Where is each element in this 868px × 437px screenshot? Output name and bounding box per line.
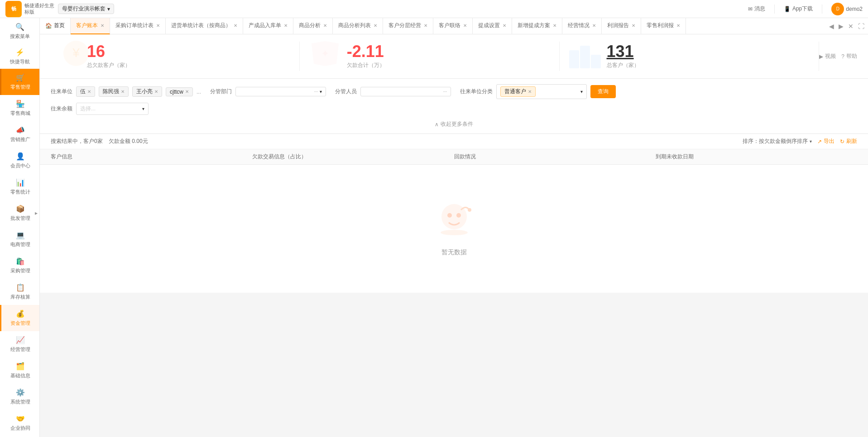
user-area[interactable]: D demo2 bbox=[831, 3, 863, 15]
tab-caigou-dingdan[interactable]: 采购订单统计表 ✕ bbox=[110, 18, 166, 34]
cart-icon: 🛒 bbox=[16, 73, 25, 82]
stat2-value: -2.11 bbox=[347, 43, 385, 60]
tab-home[interactable]: 🏠 首页 bbox=[40, 18, 71, 34]
tab-close-jingying[interactable]: ✕ bbox=[592, 23, 596, 28]
sidebar-item-huiyuan[interactable]: 👤 会员中心 bbox=[0, 147, 39, 174]
stats-area: ¥ 16 总欠款客户（家） ✦ bbox=[40, 34, 868, 79]
sidebar-item-dianshanng[interactable]: 💻 电商管理 bbox=[0, 226, 39, 252]
refresh-btn[interactable]: ↻ 刷新 bbox=[840, 138, 857, 145]
sidebar-item-caigou[interactable]: 🛍️ 采购管理 bbox=[0, 252, 39, 279]
tab-close-jinhuo[interactable]: ✕ bbox=[234, 23, 237, 28]
svg-point-9 bbox=[456, 213, 461, 218]
divider bbox=[774, 5, 775, 14]
balance-select[interactable]: 选择... ▾ bbox=[76, 103, 149, 115]
account-selector[interactable]: 母婴行业演示帐套 ▾ bbox=[58, 4, 114, 14]
sidebar-item-xitong[interactable]: ⚙️ 系统管理 bbox=[0, 384, 39, 410]
export-btn[interactable]: ↗ 导出 bbox=[817, 138, 834, 145]
sidebar-item-lingshou-shangcheng[interactable]: 🏪 零售商城 bbox=[0, 95, 39, 121]
help-btn[interactable]: ? 帮助 bbox=[841, 52, 857, 60]
tabs-fullscreen-btn[interactable]: ⛶ bbox=[856, 22, 866, 31]
svg-point-10 bbox=[468, 208, 471, 212]
search-btn[interactable]: 查询 bbox=[590, 85, 616, 98]
tab-close-kehu-fenceng[interactable]: ✕ bbox=[424, 23, 427, 28]
tab-close-tigong-shezhi[interactable]: ✕ bbox=[503, 23, 506, 28]
tab-close-chanpin[interactable]: ✕ bbox=[284, 23, 288, 28]
dept-select[interactable]: ··· ▾ bbox=[235, 87, 326, 96]
tabs-prev-btn[interactable]: ◀ bbox=[827, 22, 836, 31]
filter-tag-chen: 陈民强 ✕ bbox=[99, 86, 129, 97]
collapse-btn[interactable]: ∧ 收起更多条件 bbox=[435, 120, 473, 128]
collapse-icon: ∧ bbox=[435, 121, 439, 128]
svg-rect-4 bbox=[580, 46, 590, 68]
tab-close-kehu-zhangben[interactable]: ✕ bbox=[101, 23, 104, 28]
person-select[interactable]: ··· bbox=[360, 87, 451, 96]
top-bar-right: ✉ 消息 📱 App下载 D demo2 bbox=[748, 3, 863, 15]
video-btn[interactable]: ▶ 视频 bbox=[819, 52, 836, 60]
tab-xin-tigong[interactable]: 新增提成方案 ✕ bbox=[512, 18, 562, 34]
tab-close-shangpin-fenxi[interactable]: ✕ bbox=[323, 23, 327, 28]
tab-kehu-zhangben[interactable]: 客户账本 ✕ bbox=[71, 18, 110, 34]
sidebar-item-pifa[interactable]: 📦 批发管理 ▶ bbox=[0, 200, 39, 226]
tab-lingshou-lirun[interactable]: 零售利润报 ✕ bbox=[641, 18, 686, 34]
filter-tag-wu-close[interactable]: ✕ bbox=[87, 89, 91, 94]
inventory-icon: 📋 bbox=[16, 283, 25, 292]
logo-text: 畅捷通好生意 标版 bbox=[24, 3, 54, 14]
th-date: 到期未收款日期 bbox=[656, 153, 857, 161]
sidebar-quick-nav[interactable]: ⚡ 快捷导航 bbox=[0, 44, 39, 69]
nav-icon: ⚡ bbox=[15, 48, 24, 57]
avatar: D bbox=[831, 3, 844, 15]
sidebar-item-jingying[interactable]: 📈 经营管理 bbox=[0, 331, 39, 357]
filter-tag-wang-close[interactable]: ✕ bbox=[154, 89, 158, 94]
tab-close-kehu-lianxi[interactable]: ✕ bbox=[463, 23, 467, 28]
app-download-btn[interactable]: 📱 App下载 bbox=[784, 5, 813, 13]
tabs-next-btn[interactable]: ▶ bbox=[837, 22, 845, 31]
purchase-icon: 🛍️ bbox=[16, 257, 25, 266]
filter-tag-cjttcw-close[interactable]: ✕ bbox=[185, 89, 189, 94]
tab-close-caigou[interactable]: ✕ bbox=[156, 23, 160, 28]
divider2 bbox=[822, 5, 822, 14]
filter-row-1: 往来单位 伍 ✕ 陈民强 ✕ 王小亮 ✕ bbox=[51, 84, 857, 99]
tab-close-shangpin-liebiao[interactable]: ✕ bbox=[374, 23, 377, 28]
tab-shangpin-liebiao[interactable]: 商品分析列表 ✕ bbox=[333, 18, 383, 34]
filter-more-btn[interactable]: ... bbox=[197, 89, 201, 95]
sidebar-item-jichu[interactable]: 🗂️ 基础信息 bbox=[0, 357, 39, 384]
ecom-icon: 💻 bbox=[16, 231, 25, 239]
tab-close-lirun[interactable]: ✕ bbox=[632, 23, 635, 28]
tab-jingying[interactable]: 经营情况 ✕ bbox=[562, 18, 602, 34]
tab-lirun[interactable]: 利润报告 ✕ bbox=[602, 18, 641, 34]
tab-chanpin[interactable]: 产成品入库单 ✕ bbox=[243, 18, 293, 34]
sidebar-item-lingshou-tongji[interactable]: 📊 零售统计 bbox=[0, 174, 39, 200]
sidebar-item-yingxiao[interactable]: 📣 营销推广 bbox=[0, 121, 39, 147]
messages-btn[interactable]: ✉ 消息 bbox=[748, 5, 765, 13]
filter-tag-chen-close[interactable]: ✕ bbox=[121, 89, 125, 94]
stat3-bg-icon bbox=[567, 41, 603, 70]
sidebar-search[interactable]: 🔍 搜索菜单 bbox=[0, 18, 39, 44]
table-area: 搜索结果中，客户0家 欠款金额 0.00元 排序：按欠款金额倒序排序 ▾ ↗ bbox=[40, 134, 868, 293]
sidebar-item-kucun[interactable]: 📋 库存核算 bbox=[0, 279, 39, 305]
tab-shangpin-fenxi[interactable]: 商品分析 ✕ bbox=[293, 18, 333, 34]
balance-label: 往来余额 bbox=[51, 105, 72, 113]
sort-selector[interactable]: 排序：按欠款金额倒序排序 ▾ bbox=[743, 138, 812, 145]
tab-tigong-shezhi[interactable]: 提成设置 ✕ bbox=[473, 18, 512, 34]
tab-close-xin-tigong[interactable]: ✕ bbox=[553, 23, 556, 28]
th-debt: 欠款交易信息（占比） bbox=[252, 153, 454, 161]
unit-type-select[interactable]: 普通客户 ✕ ▾ bbox=[496, 84, 587, 99]
sidebar-item-lingshou-guanli[interactable]: 🛒 零售管理 bbox=[0, 69, 39, 95]
sidebar-item-zijin[interactable]: 💰 资金管理 bbox=[0, 305, 39, 331]
tabs-close-all-btn[interactable]: ✕ bbox=[846, 22, 855, 31]
tab-kehu-fenceng[interactable]: 客户分层经营 ✕ bbox=[383, 18, 433, 34]
unit-type-tag-close[interactable]: ✕ bbox=[528, 89, 532, 94]
wholesale-icon: 📦 bbox=[16, 204, 25, 213]
finance-icon: 💰 bbox=[16, 309, 25, 318]
th-repayment: 回款情况 bbox=[454, 153, 656, 161]
settings-icon: ⚙️ bbox=[16, 388, 25, 397]
empty-state: 暂无数据 bbox=[40, 165, 868, 293]
svg-point-6 bbox=[441, 230, 468, 235]
sidebar-item-qiye-xieyi[interactable]: 🤝 企业协同 bbox=[0, 410, 39, 436]
tab-close-lingshou-lirun[interactable]: ✕ bbox=[676, 23, 680, 28]
tab-jinhuo[interactable]: 进货单统计表（按商品） ✕ bbox=[166, 18, 243, 34]
store-icon: 🏪 bbox=[16, 100, 25, 108]
video-help-area: ▶ 视频 ? 帮助 bbox=[819, 52, 857, 60]
svg-text:¥: ¥ bbox=[72, 46, 80, 60]
tab-kehu-lianxi[interactable]: 客户联络 ✕ bbox=[433, 18, 473, 34]
